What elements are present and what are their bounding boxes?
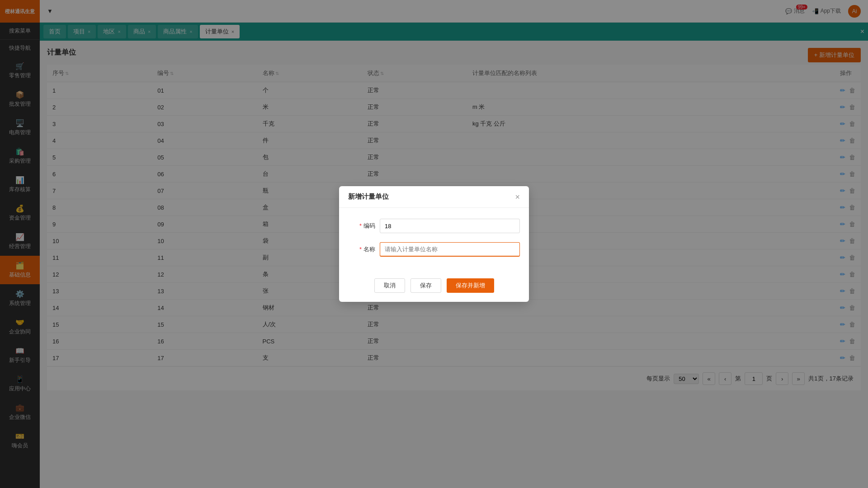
- name-required-mark: *: [359, 246, 362, 253]
- modal-close-button[interactable]: ×: [515, 193, 520, 201]
- modal-overlay[interactable]: 新增计量单位 × *编码 *名称 取消 保存 保存并新增: [0, 0, 868, 488]
- modal-title: 新增计量单位: [348, 192, 389, 201]
- modal-header: 新增计量单位 ×: [339, 186, 529, 208]
- form-item-code: *编码: [348, 219, 520, 233]
- name-label: *名称: [348, 245, 375, 253]
- add-unit-modal: 新增计量单位 × *编码 *名称 取消 保存 保存并新增: [339, 186, 529, 302]
- code-label: *编码: [348, 222, 375, 230]
- code-required-mark: *: [359, 222, 362, 229]
- modal-body: *编码 *名称: [339, 208, 529, 273]
- save-and-new-button[interactable]: 保存并新增: [447, 278, 494, 293]
- code-input[interactable]: [380, 219, 520, 233]
- cancel-button[interactable]: 取消: [374, 278, 405, 293]
- modal-footer: 取消 保存 保存并新增: [339, 273, 529, 302]
- save-button[interactable]: 保存: [410, 278, 441, 293]
- form-item-name: *名称: [348, 242, 520, 257]
- name-input[interactable]: [380, 242, 520, 257]
